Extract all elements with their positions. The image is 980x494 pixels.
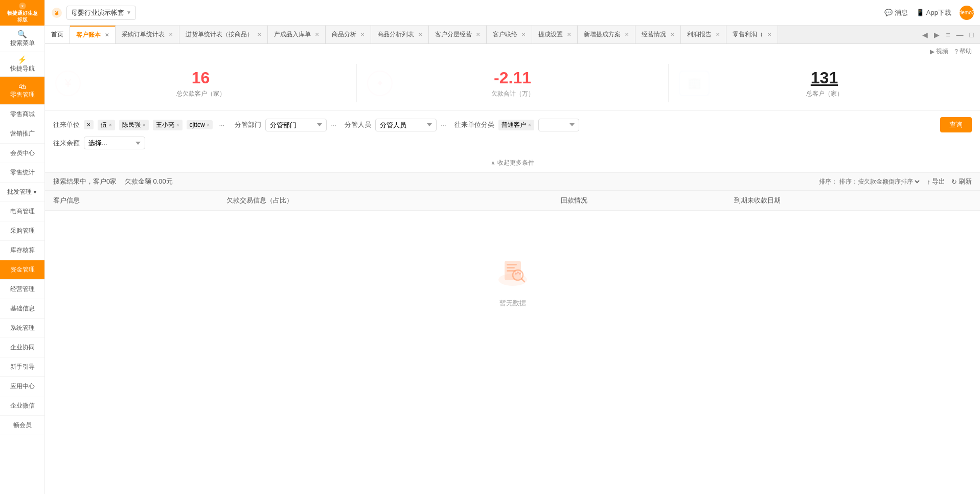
tab-product-analysis-close[interactable]: ✕ — [360, 32, 364, 37]
sidebar-item-retail-mgmt[interactable]: 🛍 零售管理 — [0, 77, 44, 105]
dept-more-icon: ··· — [331, 121, 336, 129]
refresh-button[interactable]: ↻ 刷新 — [951, 177, 972, 186]
dept-select[interactable]: 分管部门 — [265, 119, 327, 131]
tab-product-analysis-list[interactable]: 商品分析列表 ✕ — [371, 26, 429, 43]
app-download-button[interactable]: 📱 App下载 — [916, 8, 951, 17]
chevron-up-icon: ∧ — [491, 160, 495, 167]
filter-tag-cjttcw-close[interactable]: × — [207, 122, 210, 128]
avatar[interactable]: demo2 — [960, 6, 974, 20]
person-select[interactable]: 分管人员 — [375, 119, 437, 131]
tab-retail-profit[interactable]: 零售利润（ ✕ — [726, 26, 778, 43]
svg-rect-6 — [507, 264, 517, 265]
tab-profit-report[interactable]: 利润报告 ✕ — [681, 26, 726, 43]
filter-tag-wu-close[interactable]: × — [109, 122, 112, 128]
tab-profit-report-close[interactable]: ✕ — [716, 32, 720, 37]
sidebar-item-marketing[interactable]: 营销推广 — [0, 124, 44, 144]
tab-product-analysis-list-close[interactable]: ✕ — [418, 32, 422, 37]
tab-home[interactable]: 首页 — [45, 26, 70, 43]
filter-tag-cjttcw-label: cjttcw — [190, 121, 205, 128]
col-owed-transaction: 欠款交易信息（占比） — [218, 191, 553, 211]
svg-text:¥: ¥ — [55, 9, 59, 17]
sidebar-item-wholesale-mgmt[interactable]: 批发管理 ▼ — [0, 183, 44, 202]
tab-customer-contact-close[interactable]: ✕ — [521, 32, 526, 37]
export-button[interactable]: ↑ 导出 — [927, 177, 946, 186]
tab-prev-button[interactable]: ◀ — [920, 30, 930, 40]
filter-area: 往来单位 × 伍 × 陈民强 × 王小亮 × cjttcw — [45, 111, 980, 172]
tab-promotion-settings-label: 提成设置 — [538, 30, 563, 39]
message-button[interactable]: 💬 消息 — [884, 8, 908, 17]
collapse-button[interactable]: ∧ 收起更多条件 — [487, 156, 538, 169]
unit-class-select[interactable] — [538, 119, 579, 131]
filter-tag-owned-unit-prefix: × — [84, 120, 94, 129]
sidebar-item-member-plus[interactable]: 畅会员 — [0, 416, 44, 435]
help-link[interactable]: ? 帮助 — [954, 47, 972, 56]
sidebar-item-app-center[interactable]: 应用中心 — [0, 377, 44, 396]
window-minimize-button[interactable]: — — [954, 30, 966, 40]
unit-class-label: 往来单位分类 — [454, 120, 494, 129]
sidebar-item-purchase-mgmt[interactable]: 采购管理 — [0, 221, 44, 241]
sidebar-item-ecommerce-mgmt[interactable]: 电商管理 — [0, 202, 44, 221]
sidebar-item-member-center[interactable]: 会员中心 — [0, 144, 44, 163]
sidebar-item-retail-mall[interactable]: 零售商城 — [0, 105, 44, 124]
sidebar-item-retail-stats[interactable]: 零售统计 — [0, 163, 44, 183]
tab-next-button[interactable]: ▶ — [932, 30, 942, 40]
query-button[interactable]: 查询 — [940, 117, 972, 132]
sidebar-item-basic-info[interactable]: 基础信息 — [0, 299, 44, 319]
tab-inbound-stats[interactable]: 进货单统计表（按商品） ✕ — [179, 26, 268, 43]
sidebar-label-wholesale-mgmt: 批发管理 — [7, 188, 32, 196]
tab-business-status-label: 经营情况 — [642, 30, 666, 39]
sidebar-item-finance-mgmt[interactable]: 资金管理 — [0, 260, 44, 280]
refresh-label: 刷新 — [959, 177, 972, 186]
tab-customer-contact-label: 客户联络 — [493, 30, 517, 39]
sort-select[interactable]: 排序：按欠款金额倒序排序 — [837, 177, 921, 186]
filter-tag-normal-customer: 普通客户 × — [498, 120, 534, 130]
balance-select[interactable]: 选择... — [84, 137, 145, 149]
sidebar-item-quick-nav[interactable]: ⚡ 快捷导航 — [0, 52, 44, 77]
filter-more-button[interactable]: ··· — [217, 120, 226, 130]
tab-product-inbound[interactable]: 产成品入库单 ✕ — [268, 26, 326, 43]
tab-new-promotion-close[interactable]: ✕ — [625, 32, 629, 37]
col-customer-info: 客户信息 — [45, 191, 218, 211]
tab-customer-tier[interactable]: 客户分层经营 ✕ — [429, 26, 487, 43]
filter-tag-wangxiaoliang-label: 王小亮 — [156, 121, 174, 129]
tab-purchase-order-stats[interactable]: 采购订单统计表 ✕ — [116, 26, 179, 43]
sidebar-item-enterprise-collab[interactable]: 企业协同 — [0, 338, 44, 357]
sidebar-item-business-mgmt[interactable]: 经营管理 — [0, 280, 44, 299]
filter-tag-chenminqiang-close[interactable]: × — [143, 122, 146, 128]
sidebar-item-inventory-check[interactable]: 库存核算 — [0, 241, 44, 260]
tab-business-status-close[interactable]: ✕ — [670, 32, 674, 37]
sidebar-item-search-menu[interactable]: 🔍 搜索菜单 — [0, 26, 44, 52]
sidebar-item-enterprise-wechat[interactable]: 企业微信 — [0, 396, 44, 416]
tab-customer-ledger-close[interactable]: ✕ — [105, 32, 109, 38]
username-label: demo2 — [959, 10, 975, 15]
tab-inbound-stats-close[interactable]: ✕ — [257, 32, 261, 37]
tab-new-promotion[interactable]: 新增提成方案 ✕ — [578, 26, 635, 43]
topbar-account-selector[interactable]: 母婴行业演示帐套 ▼ — [66, 6, 136, 20]
stats-bar: ¥ 16 总欠款客户（家） ✦ -2.11 欠款合计（万） 🏢 131 总客户（… — [45, 56, 980, 111]
sort-label: 排序： 排序：按欠款金额倒序排序 — [819, 177, 921, 186]
sidebar-item-newbie-guide[interactable]: 新手引导 — [0, 357, 44, 377]
sidebar-label-member-center: 会员中心 — [2, 149, 42, 158]
filter-tag-normal-customer-close[interactable]: × — [528, 122, 531, 128]
tab-product-inbound-label: 产成品入库单 — [274, 30, 311, 39]
refresh-icon: ↻ — [951, 178, 957, 186]
tab-customer-tier-close[interactable]: ✕ — [476, 32, 480, 37]
tab-customer-ledger[interactable]: 客户账本 ✕ — [70, 26, 116, 43]
svg-point-11 — [515, 273, 517, 275]
tab-retail-profit-close[interactable]: ✕ — [767, 32, 771, 37]
sidebar-label-ecommerce-mgmt: 电商管理 — [2, 207, 42, 216]
video-link[interactable]: ▶ 视频 — [930, 47, 948, 56]
tab-promotion-settings-close[interactable]: ✕ — [567, 32, 571, 37]
tab-menu-button[interactable]: ≡ — [944, 30, 952, 40]
filter-tag-normal-customer-label: 普通客户 — [502, 121, 526, 129]
window-maximize-button[interactable]: □ — [968, 30, 976, 40]
tab-product-inbound-close[interactable]: ✕ — [315, 32, 319, 37]
tab-product-analysis[interactable]: 商品分析 ✕ — [326, 26, 371, 43]
sidebar-label-retail-mgmt: 零售管理 — [2, 91, 42, 99]
filter-tag-wangxiaoliang-close[interactable]: × — [176, 122, 179, 128]
tab-promotion-settings[interactable]: 提成设置 ✕ — [532, 26, 578, 43]
sidebar-item-system-mgmt[interactable]: 系统管理 — [0, 319, 44, 338]
tab-customer-contact[interactable]: 客户联络 ✕ — [487, 26, 532, 43]
tab-purchase-order-stats-close[interactable]: ✕ — [169, 32, 173, 37]
tab-business-status[interactable]: 经营情况 ✕ — [635, 26, 681, 43]
